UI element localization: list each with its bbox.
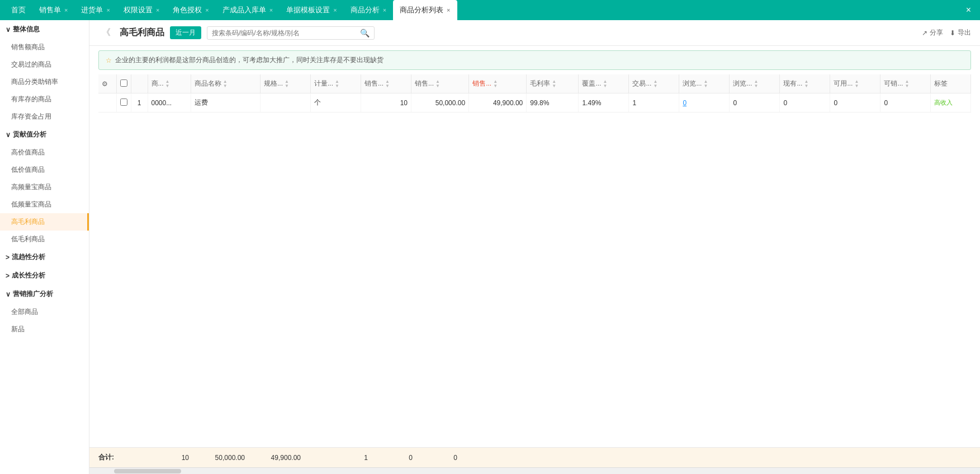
sort-arrows-spec: ▲▼	[285, 79, 289, 88]
col-product-name[interactable]: 商品名称 ▲▼	[191, 74, 260, 93]
trend-analysis-arrow: >	[6, 254, 10, 261]
tip-icon: ☆	[106, 57, 112, 64]
col-unit[interactable]: 计量... ▲▼	[311, 74, 361, 93]
close-all-tabs-button[interactable]: ×	[962, 3, 976, 17]
col-browse2[interactable]: 浏览... ▲▼	[730, 74, 780, 93]
select-all-checkbox[interactable]	[120, 79, 127, 87]
sidebar-group-marketing-analysis[interactable]: ∨ 营销推广分析	[0, 285, 89, 303]
tab-role-permission[interactable]: 角色授权 ×	[166, 0, 215, 20]
sidebar-collapse-button[interactable]: 《	[98, 26, 114, 40]
cell-sales-amount: 50,000.00	[411, 93, 469, 112]
tab-purchase-order-close[interactable]: ×	[106, 7, 110, 13]
export-icon: ⬇	[950, 29, 955, 37]
trend-analysis-label: 流趋性分析	[12, 252, 45, 262]
tab-product-analysis-list[interactable]: 商品分析列表 ×	[393, 0, 457, 20]
tab-purchase-order-label: 进货单	[81, 5, 103, 15]
col-available1[interactable]: 现有... ▲▼	[780, 74, 830, 93]
tab-order-template-close[interactable]: ×	[333, 7, 337, 13]
sidebar-item-stock-capital[interactable]: 库存资金占用	[0, 108, 89, 125]
cell-product-code: 0000...	[148, 93, 191, 112]
sidebar-group-trend-analysis[interactable]: > 流趋性分析	[0, 248, 89, 266]
col-gross-margin[interactable]: 毛利率 ▲▼	[527, 74, 579, 93]
table-header-row: ⚙ 商... ▲▼	[98, 74, 971, 93]
search-icon[interactable]: 🔍	[360, 29, 370, 37]
tab-sales-order-close[interactable]: ×	[64, 7, 68, 13]
footer-sales-qty: 10	[148, 454, 192, 462]
tip-text: 企业的主要的利润都是这部分商品创造的，可考虑加大推广，同时关注库存是不要出现缺货	[115, 55, 384, 65]
overall-info-arrow: ∨	[6, 26, 11, 34]
sidebar-item-low-freq[interactable]: 低频量宝商品	[0, 196, 89, 213]
sort-arrows-browse1: ▲▼	[703, 79, 708, 88]
tab-purchase-order[interactable]: 进货单 ×	[74, 0, 116, 20]
col-browse1-label: 浏览...	[683, 79, 702, 88]
share-icon: ↗	[922, 29, 927, 37]
col-sellable[interactable]: 可销... ▲▼	[880, 74, 931, 93]
cell-checkbox[interactable]	[116, 93, 131, 112]
footer-available2: 0	[416, 454, 461, 462]
sort-arrows-sales-cost: ▲▼	[493, 79, 498, 88]
sidebar-item-high-margin[interactable]: 高毛利商品	[0, 213, 89, 231]
col-browse1[interactable]: 浏览... ▲▼	[679, 74, 730, 93]
share-button[interactable]: ↗ 分享	[922, 28, 943, 37]
marketing-analysis-arrow: ∨	[6, 290, 11, 298]
cell-available1: 0	[780, 93, 830, 112]
cell-coverage: 1.49%	[579, 93, 629, 112]
sidebar-item-low-margin[interactable]: 低毛利商品	[0, 231, 89, 248]
col-spec-label: 规格...	[264, 79, 283, 88]
sidebar-item-traded-products[interactable]: 交易过的商品	[0, 56, 89, 73]
col-sales-amount[interactable]: 销售... ▲▼	[411, 74, 469, 93]
export-button[interactable]: ⬇ 导出	[950, 28, 971, 37]
col-spec[interactable]: 规格... ▲▼	[261, 74, 311, 93]
sort-arrows-available2: ▲▼	[854, 79, 859, 88]
col-browse2-label: 浏览...	[733, 79, 752, 88]
cell-browse1[interactable]: 0	[679, 93, 730, 112]
sidebar-item-in-stock[interactable]: 有库存的商品	[0, 91, 89, 108]
sidebar-group-financial-analysis[interactable]: ∨ 贡献值分析	[0, 125, 89, 144]
col-settings[interactable]: ⚙	[98, 74, 116, 93]
col-product-code[interactable]: 商... ▲▼	[148, 74, 191, 93]
tab-product-analysis-list-close[interactable]: ×	[447, 7, 450, 13]
sidebar-group-growth-analysis[interactable]: > 成长性分析	[0, 266, 89, 285]
col-coverage[interactable]: 覆盖... ▲▼	[579, 74, 629, 93]
col-sales-amount-label: 销售...	[415, 79, 434, 88]
scrollbar-thumb[interactable]	[114, 469, 181, 473]
tab-permission-close[interactable]: ×	[156, 7, 159, 13]
footer-transaction: 1	[304, 454, 371, 462]
time-filter-button[interactable]: 近一月	[170, 26, 201, 39]
tab-role-close[interactable]: ×	[205, 7, 209, 13]
col-sales-qty[interactable]: 销售... ▲▼	[361, 74, 411, 93]
col-sales-qty-label: 销售...	[364, 79, 384, 88]
sidebar-item-high-value[interactable]: 高价值商品	[0, 144, 89, 161]
tab-home[interactable]: 首页	[4, 0, 32, 20]
sidebar-item-all-products[interactable]: 全部商品	[0, 303, 89, 321]
tab-product-entry[interactable]: 产成品入库单 ×	[216, 0, 280, 20]
top-tab-bar: 首页 销售单 × 进货单 × 权限设置 × 角色授权 × 产成品入库单 × 单据…	[0, 0, 980, 20]
footer-available1: 0	[371, 454, 416, 462]
content-header: 《 高毛利商品 近一月 🔍 ↗ 分享 ⬇ 导出	[89, 20, 980, 46]
search-input[interactable]	[212, 29, 357, 37]
row-checkbox[interactable]	[120, 98, 127, 106]
sidebar-item-sales-ranking[interactable]: 销售额商品	[0, 39, 89, 56]
col-available2[interactable]: 可用... ▲▼	[830, 74, 880, 93]
col-sales-cost[interactable]: 销售... ▲▼	[469, 74, 527, 93]
table-row: 1 0000... 运费 个	[98, 93, 971, 112]
tab-product-entry-label: 产成品入库单	[222, 5, 266, 15]
sidebar-group-overall-info[interactable]: ∨ 整体信息	[0, 20, 89, 39]
sidebar-item-low-value[interactable]: 低价值商品	[0, 161, 89, 179]
col-checkbox[interactable]	[116, 74, 131, 93]
tab-product-entry-close[interactable]: ×	[269, 7, 273, 13]
sidebar-item-product-classification[interactable]: 商品分类助销率	[0, 73, 89, 91]
tab-product-analysis-close[interactable]: ×	[383, 7, 386, 13]
tab-sales-order-label: 销售单	[39, 5, 61, 15]
tab-permission-settings[interactable]: 权限设置 ×	[117, 0, 166, 20]
col-transaction[interactable]: 交易... ▲▼	[629, 74, 679, 93]
col-tag: 标签	[931, 74, 971, 93]
col-coverage-label: 覆盖...	[582, 79, 601, 88]
horizontal-scrollbar[interactable]	[89, 467, 980, 474]
tab-sales-order[interactable]: 销售单 ×	[32, 0, 74, 20]
tab-order-template[interactable]: 单据模板设置 ×	[280, 0, 343, 20]
sidebar-item-high-freq[interactable]: 高频量宝商品	[0, 179, 89, 196]
tab-product-analysis[interactable]: 商品分析 ×	[344, 0, 393, 20]
sidebar-item-new-products[interactable]: 新品	[0, 321, 89, 338]
sort-arrows-transaction: ▲▼	[653, 79, 657, 88]
